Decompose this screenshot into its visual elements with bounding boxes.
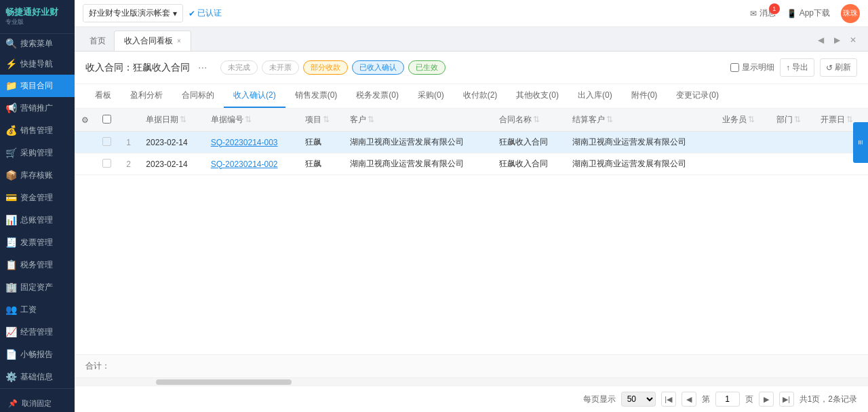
select-all-checkbox[interactable] [102, 115, 111, 124]
row-settings [75, 132, 96, 153]
table-row: 2 2023-02-14 SQ-20230214-002 狂飙 湖南卫视商业运营… [75, 153, 868, 175]
sidebar-item-basic[interactable]: ⚙️ 基础信息 [0, 366, 75, 388]
show-detail-input[interactable] [730, 63, 739, 72]
th-customer[interactable]: 客户⇅ [343, 109, 493, 132]
sidebar-item-fund[interactable]: 💳 资金管理 [0, 187, 75, 209]
row-check-box[interactable] [102, 159, 111, 168]
subtab-purchase[interactable]: 采购(0) [408, 84, 454, 108]
subtab-outbound[interactable]: 出入库(0) [568, 84, 622, 108]
th-salesperson[interactable]: 业务员⇅ [715, 109, 770, 132]
close-tab-button[interactable]: ✕ [846, 33, 860, 47]
sidebar-item-quick-nav[interactable]: ⚡ 快捷导航 [0, 54, 75, 75]
th-settings[interactable]: ⚙ [75, 109, 96, 132]
subtab-overview[interactable]: 看板 [85, 84, 121, 108]
status-incomplete[interactable]: 未完成 [220, 60, 258, 75]
row-checkbox[interactable] [96, 153, 118, 175]
sidebar-item-hr[interactable]: 👥 工资 [0, 299, 75, 321]
subtab-other-income[interactable]: 其他收支(0) [507, 84, 568, 108]
th-doc-no[interactable]: 单据编号⇅ [204, 109, 298, 132]
contract-title-prefix: 收入合同： [85, 62, 133, 73]
sidebar-item-tax[interactable]: 📋 税务管理 [0, 254, 75, 276]
refresh-label: 刷新 [835, 62, 851, 73]
page-input[interactable] [715, 392, 740, 407]
contract-more-button[interactable]: ··· [198, 62, 207, 74]
subtab-sales-invoice[interactable]: 销售发票(0) [285, 84, 347, 108]
sidebar-item-project[interactable]: 📁 项目合同 [0, 75, 75, 97]
sidebar-item-sales[interactable]: 💰 销售管理 [0, 119, 75, 142]
last-page-button[interactable]: ▶| [779, 392, 794, 407]
status-confirmed[interactable]: 已收入确认 [352, 60, 404, 75]
report-icon: 📄 [5, 349, 16, 360]
row-doc-no[interactable]: SQ-20230214-002 [204, 153, 298, 175]
th-date[interactable]: 单据日期⇅ [139, 109, 203, 132]
prev-tab-button[interactable]: ◀ [814, 33, 827, 47]
subtab-income-confirm[interactable]: 收入确认(2) [224, 84, 285, 108]
status-effective[interactable]: 已生效 [408, 60, 446, 75]
unpin-button[interactable]: 📌 取消固定 [5, 394, 69, 412]
tab-close-icon[interactable]: × [177, 37, 181, 45]
user-avatar[interactable]: 珠珠 [841, 4, 860, 23]
row-check-box[interactable] [102, 137, 111, 146]
th-project[interactable]: 项目⇅ [298, 109, 343, 132]
th-checkbox[interactable] [96, 109, 118, 132]
sidebar-item-label: 经营管理 [20, 326, 53, 338]
total-label: 合计： [85, 361, 110, 371]
doc-no-link[interactable]: SQ-20230214-003 [211, 138, 278, 147]
subtab-contract-standard[interactable]: 合同标的 [172, 84, 224, 108]
row-checkbox[interactable] [96, 132, 118, 153]
sidebar-item-search[interactable]: 🔍 搜索菜单 [0, 34, 75, 54]
people-icon: 👥 [5, 304, 16, 315]
sidebar-item-purchase[interactable]: 🛒 采购管理 [0, 142, 75, 164]
sidebar-item-asset[interactable]: 🏢 固定资产 [0, 276, 75, 299]
th-contract-name[interactable]: 合同名称⇅ [492, 109, 566, 132]
next-page-button[interactable]: ▶ [759, 392, 774, 407]
export-button[interactable]: ↑ 导出 [780, 58, 814, 77]
subtab-profit[interactable]: 盈利分析 [121, 84, 172, 108]
contract-title-value: 狂飙收入合同 [133, 62, 190, 73]
side-action-button[interactable]: ≡ [853, 122, 868, 163]
row-dept [770, 153, 814, 175]
sidebar-item-label: 采购管理 [20, 147, 53, 159]
th-dept[interactable]: 部门⇅ [770, 109, 814, 132]
subtab-attachments[interactable]: 附件(0) [622, 84, 667, 108]
show-detail-label: 显示明细 [742, 62, 774, 73]
topbar-right: ✉ 消息 1 📱 App下载 珠珠 [750, 4, 860, 23]
subtab-change-records[interactable]: 变更记录(0) [667, 84, 728, 108]
th-final-customer-label: 结算客户 [572, 115, 605, 124]
row-doc-no[interactable]: SQ-20230214-003 [204, 132, 298, 153]
sidebar-item-invoice[interactable]: 🧾 发票管理 [0, 231, 75, 254]
status-partial-received[interactable]: 部分收款 [303, 60, 348, 75]
horizontal-scrollbar[interactable] [75, 377, 868, 386]
sidebar-logo: 畅捷通好业财 专业版 [0, 0, 75, 34]
row-date: 2023-02-14 [139, 132, 203, 153]
next-tab-button[interactable]: ▶ [830, 33, 844, 47]
tab-home[interactable]: 首页 [83, 31, 113, 51]
cart-icon: 🛒 [5, 147, 16, 158]
doc-no-link[interactable]: SQ-20230214-002 [211, 160, 278, 169]
sidebar-item-ops[interactable]: 📈 经营管理 [0, 321, 75, 343]
status-not-invoiced[interactable]: 未开票 [262, 60, 299, 75]
home-label: 首页 [90, 36, 106, 45]
first-page-button[interactable]: |◀ [661, 392, 676, 407]
refresh-button[interactable]: ↺ 刷新 [820, 58, 857, 77]
th-final-customer[interactable]: 结算客户⇅ [566, 109, 715, 132]
sidebar-item-inventory[interactable]: 📦 库存核账 [0, 164, 75, 187]
prev-page-button[interactable]: ◀ [682, 392, 696, 407]
message-button[interactable]: ✉ 消息 1 [750, 7, 776, 19]
table-row: 1 2023-02-14 SQ-20230214-003 狂飙 湖南卫视商业运营… [75, 132, 868, 153]
app-download-button[interactable]: 📱 App下载 [787, 7, 830, 19]
pin-icon: 📌 [8, 399, 18, 408]
company-selector[interactable]: 好业财专业版演示帐套 ▾ [83, 4, 183, 22]
verified-label: 已认证 [197, 7, 222, 19]
show-detail-checkbox[interactable]: 显示明细 [730, 62, 774, 73]
scrollbar-thumb[interactable] [156, 379, 292, 385]
sidebar-item-report[interactable]: 📄 小畅报告 [0, 343, 75, 366]
chart-icon: 📊 [5, 214, 16, 225]
sidebar-item-marketing[interactable]: 📢 营销推广 [0, 97, 75, 119]
subtab-payment[interactable]: 收付款(2) [454, 84, 507, 108]
subtab-tax-invoice[interactable]: 税务发票(0) [347, 84, 408, 108]
tab-income-contract[interactable]: 收入合同看板 × [114, 31, 191, 51]
sidebar-item-general[interactable]: 📊 总账管理 [0, 209, 75, 231]
per-page-select[interactable]: 50 100 200 [621, 392, 656, 407]
sort-customer-icon: ⇅ [368, 115, 374, 124]
